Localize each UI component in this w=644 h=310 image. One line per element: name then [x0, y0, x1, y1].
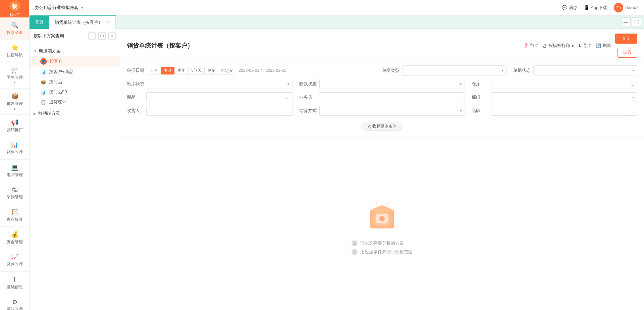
tree-item-by-customer[interactable]: 👤 按客户: [30, 56, 120, 67]
industry-dropdown[interactable]: ▾: [81, 5, 83, 10]
date-tab-this-year[interactable]: 本年: [174, 67, 188, 74]
sidebar-item-shortcut[interactable]: ⭐ 快捷导航: [0, 40, 30, 62]
product-icon: 📦: [40, 79, 46, 85]
date-tabs: 上月 本月 本年 近7天 更多 自定义: [147, 67, 236, 74]
sidebar-item-retail[interactable]: 🛒 零售管理 ▾: [0, 62, 30, 89]
type-label: 单据类型: [382, 67, 399, 73]
filter-receiver: 收货人 ...: [127, 106, 292, 116]
empty-tip-1: 1 请先选择要分析的方案: [352, 240, 413, 246]
chart-icon: 📊: [40, 69, 46, 75]
filter-area: 单据日期 上月 本月 本年 近7天 更多 自定义 2023-03-01 至 20…: [120, 61, 644, 138]
filter-row-4: 收货人 ... 结算方式 ▾ 品牌: [127, 106, 637, 116]
filter-row-3: 商品 ... 业务员 ... 部门: [127, 92, 637, 102]
tree-group-mobile-header[interactable]: ▶ 移动端方案: [30, 108, 120, 118]
date-label: 单据日期: [127, 67, 144, 73]
warehouse-control[interactable]: ...: [491, 79, 637, 89]
sidebar-item-purchase[interactable]: 🛍 采购管理: [0, 182, 30, 204]
svg-text:畅: 畅: [12, 3, 17, 9]
filter-row-1: 单据日期 上月 本月 本年 近7天 更多 自定义 2023-03-01 至 20…: [127, 65, 637, 75]
sidebar-item-inventory[interactable]: 📋 库存核算: [0, 204, 30, 227]
content-area: 按以下方案查询 + ⚙ « ▼ 电脑端方案 👤: [30, 29, 644, 310]
tab-close-icon[interactable]: ✕: [105, 20, 110, 25]
tab-bar: 首页 销货单统计表（按客户） ✕ — ⛶: [30, 15, 644, 29]
sidebar-item-wholesale[interactable]: 📦 批发管理 ▴: [0, 89, 30, 115]
filter-settle: 结算方式 ▾: [299, 106, 465, 116]
sidebar-logo-text: 标账页: [10, 13, 20, 17]
brand-ellipsis[interactable]: ...: [631, 108, 634, 113]
type-control[interactable]: ▾: [402, 65, 506, 75]
sidebar-item-system[interactable]: ⚙ 系统管理: [0, 294, 30, 310]
collapse-btn[interactable]: ⋀ 收起更多条件: [362, 122, 402, 131]
main-area: 办公用品行业模拟账套 ▾ 💬 消息 📱 App下载 Ea demo2 首页: [30, 0, 644, 310]
help-btn[interactable]: ❓ 帮助: [523, 43, 539, 49]
tree-group-desktop-header[interactable]: ▼ 电脑端方案: [30, 46, 120, 56]
right-panel: 销货单统计表（按客户） ❓ 帮助 🖨 按模板打印 ▾ ⬇ 导出: [120, 29, 644, 310]
download-icon: 📱: [584, 5, 589, 10]
retail-icon: 🛒: [11, 66, 18, 74]
date-range-value: 2023-03-01 至 2023-03-31: [239, 68, 286, 73]
sidebar-item-search[interactable]: 🔍 搜索菜单: [0, 17, 30, 40]
empty-tips: 1 请先选择要分析的方案 2 用过滤条件来缩小分析范围: [352, 240, 413, 255]
query-button[interactable]: 查询: [615, 34, 637, 44]
message-btn[interactable]: 💬 消息: [562, 5, 577, 11]
receiver-control[interactable]: ...: [146, 106, 292, 116]
settings-button[interactable]: 设置: [617, 48, 637, 58]
sidebar-item-marketing[interactable]: 📢 营销推广: [0, 115, 30, 137]
warehouse-label: 仓库: [472, 81, 488, 87]
tab-minimize-btn[interactable]: —: [621, 17, 631, 27]
add-scheme-btn[interactable]: +: [88, 32, 96, 40]
tree-item-by-product[interactable]: 📦 按商品: [30, 77, 120, 87]
user-profile-btn[interactable]: Ea demo2: [614, 3, 639, 12]
tree-item-by-customer-product[interactable]: 📊 按客户+商品: [30, 67, 120, 77]
date-tab-more[interactable]: 更多: [204, 67, 218, 74]
staff-ellipsis[interactable]: ...: [458, 95, 462, 100]
brand-control[interactable]: ...: [491, 106, 637, 116]
payment-control[interactable]: ▾: [319, 79, 465, 89]
date-tab-custom[interactable]: 自定义: [218, 67, 236, 74]
tree-item-return-stats[interactable]: 📋 退货统计: [30, 97, 120, 107]
dept-dropdown-icon: ▾: [632, 95, 634, 100]
header-right: 💬 消息 📱 App下载 Ea demo2: [562, 3, 639, 12]
product-ellipsis[interactable]: ...: [286, 95, 289, 100]
tab-maximize-btn[interactable]: ⛶: [632, 17, 641, 27]
receiver-ellipsis[interactable]: ...: [286, 108, 289, 113]
staff-control[interactable]: ...: [319, 92, 465, 102]
brand-label: 品牌: [472, 108, 488, 114]
settle-control[interactable]: ▾: [319, 106, 465, 116]
filter-product: 商品 ...: [127, 92, 292, 102]
out-dropdown-icon: ▾: [287, 82, 289, 86]
tab-home[interactable]: 首页: [30, 15, 49, 29]
tree-item-by-product-99[interactable]: 📊 按商品99: [30, 87, 120, 97]
tree-group-mobile-label: 移动端方案: [38, 110, 60, 116]
ecommerce-icon: 💻: [11, 164, 18, 171]
filter-status: 单据状态 ▾: [513, 65, 638, 75]
sidebar-item-sales[interactable]: 📊 销售管理: [0, 137, 30, 160]
template-print-btn[interactable]: 🖨 按模板打印 ▾: [543, 43, 574, 49]
product-label: 商品: [127, 94, 144, 100]
settle-dropdown-icon: ▾: [460, 109, 462, 113]
staff-label: 业务员: [299, 94, 316, 100]
sidebar-item-operation[interactable]: 📈 经营管理: [0, 249, 30, 272]
export-btn[interactable]: ⬇ 导出: [578, 43, 592, 49]
product-control[interactable]: ...: [146, 92, 292, 102]
refresh-btn[interactable]: 🔄 刷新: [596, 43, 611, 49]
dept-control[interactable]: ▾: [491, 92, 637, 102]
settings-scheme-btn[interactable]: ⚙: [98, 32, 106, 40]
system-icon: ⚙: [12, 298, 17, 306]
tree-section: ▼ 电脑端方案 👤 按客户 📊 按客户+商品 📦: [30, 43, 120, 122]
filter-row-2: 出库状态 ▾ 收款状态 ▾ 仓库: [127, 79, 637, 89]
sidebar-item-finance[interactable]: 💰 资金管理: [0, 227, 30, 249]
date-tab-7days[interactable]: 近7天: [188, 67, 204, 74]
return-icon: 📋: [40, 99, 46, 105]
warehouse-ellipsis[interactable]: ...: [631, 82, 634, 87]
wholesale-icon: 📦: [11, 93, 18, 100]
status-control[interactable]: ▾: [533, 65, 638, 75]
date-tab-prev-month[interactable]: 上月: [147, 67, 161, 74]
tab-sales-report[interactable]: 销货单统计表（按客户） ✕: [49, 15, 116, 29]
out-control[interactable]: ▾: [147, 79, 292, 89]
sidebar-item-ecommerce[interactable]: 💻 电商管理: [0, 160, 30, 182]
date-tab-this-month[interactable]: 本月: [161, 67, 174, 74]
sidebar-item-basic[interactable]: ℹ 基础信息: [0, 272, 30, 294]
app-download-btn[interactable]: 📱 App下载: [584, 5, 607, 11]
collapse-panel-btn[interactable]: «: [108, 32, 116, 40]
